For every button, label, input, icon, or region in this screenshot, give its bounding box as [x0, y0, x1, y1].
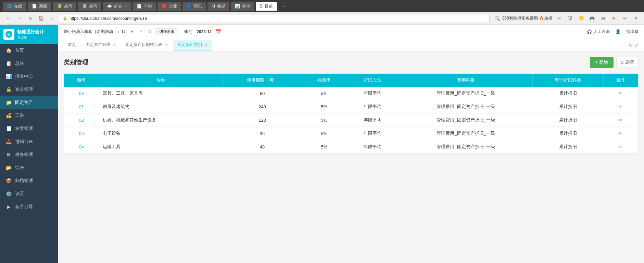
refresh-btn[interactable]: C 刷新: [616, 57, 639, 68]
sidebar-label-tax: 税务管理: [15, 152, 33, 158]
sidebar-item-tutorial[interactable]: ▶ 新手引导: [0, 200, 58, 213]
tab-changti[interactable]: M 畅提: [207, 2, 229, 11]
translate-btn[interactable]: 译: [566, 14, 574, 23]
sidebar-label-report: 报表中心: [15, 73, 33, 80]
archive-icon: 📦: [5, 178, 12, 184]
scissors-btn[interactable]: ✂: [555, 14, 563, 23]
tab-close-icon[interactable]: ✕: [124, 4, 127, 8]
sidebar-item-fund[interactable]: 🔒 资金管理: [0, 83, 58, 96]
cell-code-3: 05: [64, 127, 99, 140]
close-tab-fixed-assets-mgmt-icon[interactable]: ✕: [113, 43, 116, 47]
tab-geshui[interactable]: 📄 个税: [132, 2, 156, 11]
edit-btn-0[interactable]: ✏: [619, 91, 623, 96]
edit-btn-4[interactable]: ✏: [619, 144, 623, 150]
search-text: 360智能抠图免费用 🔥热搜: [502, 15, 552, 21]
sidebar-item-archive[interactable]: 📦 归档管理: [0, 174, 58, 187]
cell-depreciation-4: 累计折旧: [533, 140, 604, 154]
maximize-panel-icon[interactable]: ⤢: [634, 43, 639, 48]
tab-online[interactable]: 🌐 在线: [3, 2, 26, 11]
close-panel-icon[interactable]: ✕: [628, 43, 632, 48]
new-tab-btn[interactable]: ＋: [280, 2, 288, 10]
tab-muqian[interactable]: S 目前: [256, 2, 277, 11]
sidebar-item-settings[interactable]: ⚙️ 设置: [0, 187, 58, 200]
close-tab-categories-icon[interactable]: ✕: [205, 43, 207, 47]
page-tab-home[interactable]: 首页: [64, 40, 80, 50]
svg-text:会: 会: [7, 33, 11, 36]
col-header-period: 使用期限（月）: [223, 74, 302, 87]
home-btn[interactable]: 🏠: [37, 14, 45, 23]
table-wrapper: 编号 名称 使用期限（月） 残值率 折旧方法 费用科目 累计折旧科目 操作 03…: [64, 73, 639, 154]
edit-btn-1[interactable]: ✏: [619, 104, 623, 109]
tab-haohui[interactable]: ☁️ 好会 ✕: [103, 2, 131, 11]
sidebar-item-tax[interactable]: 🖥 税务管理: [0, 148, 58, 161]
sidebar-item-payroll[interactable]: 💰 工资: [0, 109, 58, 122]
tax-icon: 🖥: [5, 152, 12, 158]
cell-residual-4: 5%: [302, 140, 346, 154]
sun-btn[interactable]: ☀: [610, 14, 618, 23]
ledger-icon: 📋: [5, 60, 12, 67]
cell-expense-3: 管理费用_固定资产折旧_一级: [399, 127, 532, 140]
reload-btn[interactable]: ↻: [26, 14, 34, 23]
settings-gear-icon[interactable]: ⚙: [148, 29, 152, 34]
sidebar-item-invoice[interactable]: 🧾 发票管理: [0, 122, 58, 135]
home-icon: 🏠: [5, 47, 12, 53]
page-tab-depreciation-table[interactable]: 固定资产折旧统计表 ✕: [121, 40, 172, 50]
cell-name-3: 电子设备: [99, 127, 222, 140]
grid-btn[interactable]: ⊞: [599, 14, 607, 23]
logo-text: 畅捷通好会计 专业版: [17, 29, 44, 40]
consultant-label[interactable]: 🎧 人工咨询: [587, 29, 610, 35]
tab-tencent[interactable]: 🔵 腾讯: [182, 2, 206, 11]
page-title: 类别管理: [64, 58, 88, 67]
sidebar-item-report[interactable]: 📊 报表中心: [0, 70, 58, 83]
tab-qiye[interactable]: 🔴 企业: [157, 2, 181, 11]
undo-btn[interactable]: ↩: [621, 14, 629, 23]
tutorial-icon: ▶: [5, 204, 12, 210]
dropdown-icon[interactable]: ▼: [130, 29, 134, 34]
action-buttons: + 新增 C 刷新: [590, 57, 639, 68]
cell-period-2: 120: [223, 113, 302, 127]
star-btn[interactable]: ☆: [48, 14, 56, 23]
sidebar-item-fixed-assets[interactable]: 📁 固定资产: [0, 96, 58, 109]
sidebar-item-home[interactable]: 🏠 首页: [0, 44, 58, 57]
cell-actions-0: ✏: [604, 87, 638, 100]
cell-actions-4: ✏: [604, 140, 638, 154]
sidebar-label-invoice: 发票管理: [15, 125, 33, 132]
close-tab-depreciation-table-icon[interactable]: ✕: [165, 43, 168, 47]
page-tab-fixed-assets-mgmt[interactable]: 固定资产管理 ✕: [81, 40, 120, 50]
cell-code-4: 04: [64, 140, 99, 154]
table-row: 03 器具、工具、家具等 60 5% 年限平均 管理费用_固定资产折旧_一级 累…: [64, 87, 638, 100]
tab-yidai2[interactable]: 📗 易代: [78, 2, 101, 11]
back-btn[interactable]: ←: [4, 14, 12, 23]
edit-btn-2[interactable]: ✏: [619, 117, 623, 123]
report-icon: 📊: [5, 73, 12, 80]
tab-new[interactable]: 📄 新版: [28, 2, 51, 11]
forward-btn[interactable]: →: [15, 14, 23, 23]
calendar-icon[interactable]: 📅: [216, 29, 221, 34]
cell-expense-4: 管理费用_固定资产折旧_一级: [399, 140, 532, 154]
menu-btn[interactable]: ≡: [632, 14, 640, 23]
edit-btn-3[interactable]: ✏: [619, 131, 623, 136]
cell-actions-3: ✏: [604, 127, 638, 140]
address-text: https://cloud.chanjet.com/accounting/uw1…: [70, 16, 147, 21]
page-tab-categories[interactable]: 固定资产类别 ✕: [173, 40, 212, 50]
logo-icon: 会: [3, 29, 14, 40]
sidebar-label-fund: 资金管理: [15, 86, 33, 93]
tab-yidai1[interactable]: 📗 易代: [53, 2, 76, 11]
cell-code-0: 03: [64, 87, 99, 100]
add-category-btn[interactable]: + 新增: [590, 57, 614, 68]
address-bar[interactable]: 🔒 https://cloud.chanjet.com/accounting/u…: [59, 15, 490, 22]
add-account-btn[interactable]: ＋: [138, 28, 144, 35]
sidebar-item-purchase-sale[interactable]: 📥 进销台账: [0, 135, 58, 148]
game-btn[interactable]: 🎮: [588, 14, 596, 23]
tab-gedi[interactable]: 📊 各地: [231, 2, 254, 11]
sidebar-item-ledger[interactable]: 📋 总账: [0, 57, 58, 70]
cell-period-3: 36: [223, 127, 302, 140]
browser-tabs-bar: 🌐 在线 📄 新版 📗 易代 📗 易代 ☁️ 好会 ✕ 📄 个税 🔴 企业 🔵 …: [0, 0, 644, 12]
sidebar-menu: 🏠 首页 📋 总账 📊 报表中心 🔒 资金管理 📁 固定资产 💰 工资: [0, 44, 58, 263]
sidebar-item-closing[interactable]: 📂 结账: [0, 161, 58, 174]
sidebar-label-payroll: 工资: [15, 112, 24, 119]
wallet-btn[interactable]: 💛: [577, 14, 585, 23]
search-bar[interactable]: 🔍 360智能抠图免费用 🔥热搜: [495, 15, 552, 21]
switch-version-btn[interactable]: 切到旧版: [156, 28, 177, 35]
cell-name-4: 运输工具: [99, 140, 222, 154]
